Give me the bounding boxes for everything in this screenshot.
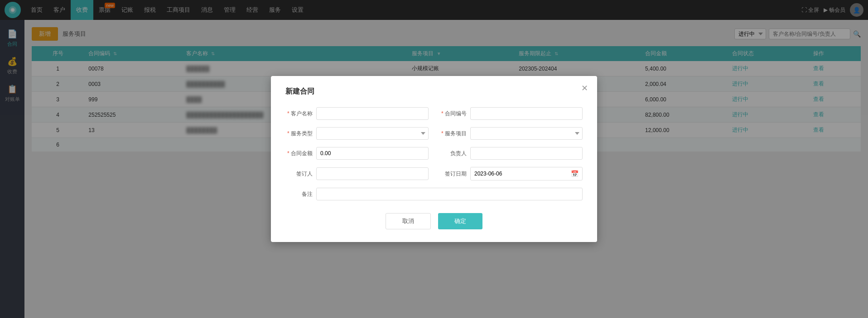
label-signer: 签订人	[285, 170, 313, 178]
label-responsible: 负责人	[439, 150, 467, 157]
input-responsible[interactable]	[470, 147, 583, 160]
calendar-icon[interactable]: 📅	[567, 167, 582, 180]
modal-overlay: ✕ 新建合同 客户名称 合同编号 服务类型 服务项目	[0, 0, 868, 318]
input-contract-amount[interactable]	[316, 147, 429, 160]
field-sign-date: 签订日期 📅	[439, 167, 583, 180]
label-service-type: 服务类型	[285, 130, 313, 138]
input-customer-name[interactable]	[316, 107, 429, 120]
cancel-button[interactable]: 取消	[386, 213, 431, 229]
label-contract-amount: 合同金额	[285, 150, 313, 157]
label-remark: 备注	[285, 190, 313, 198]
label-service-item: 服务项目	[439, 130, 467, 138]
select-service-type[interactable]	[316, 127, 429, 140]
field-customer-name: 客户名称	[285, 107, 429, 120]
input-contract-no[interactable]	[470, 107, 583, 120]
field-contract-no: 合同编号	[439, 107, 583, 120]
input-remark[interactable]	[316, 188, 583, 200]
select-service-item[interactable]	[470, 127, 583, 140]
modal-form: 客户名称 合同编号 服务类型 服务项目	[285, 107, 583, 200]
modal-footer: 取消 确定	[285, 213, 583, 229]
field-contract-amount: 合同金额	[285, 147, 429, 160]
label-contract-no: 合同编号	[439, 110, 467, 118]
label-customer-name: 客户名称	[285, 110, 313, 118]
new-contract-modal: ✕ 新建合同 客户名称 合同编号 服务类型 服务项目	[271, 76, 597, 242]
field-signer: 签订人	[285, 167, 429, 180]
field-remark: 备注	[285, 188, 583, 200]
confirm-button[interactable]: 确定	[438, 213, 482, 229]
sign-date-wrap: 📅	[470, 167, 583, 180]
field-responsible: 负责人	[439, 147, 583, 160]
field-service-type: 服务类型	[285, 127, 429, 140]
input-signer[interactable]	[316, 167, 429, 180]
modal-title: 新建合同	[285, 87, 583, 96]
field-service-item: 服务项目	[439, 127, 583, 140]
modal-close-button[interactable]: ✕	[581, 83, 588, 93]
input-sign-date[interactable]	[471, 168, 567, 180]
label-sign-date: 签订日期	[439, 170, 467, 178]
